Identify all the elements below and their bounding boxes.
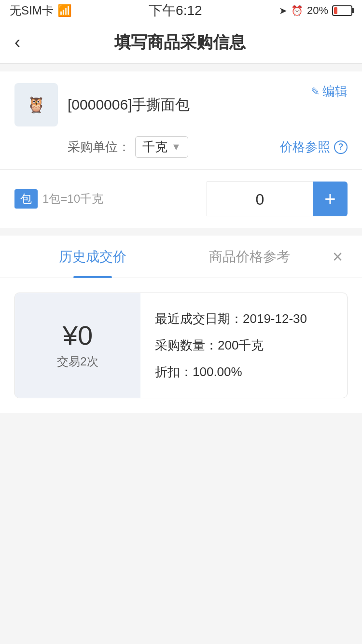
price-card-area: ¥0 交易2次 最近成交日期：2019-12-30 采购数量：200千克 折扣：… [0, 278, 362, 413]
battery-icon [332, 5, 352, 16]
unit-select-dropdown[interactable]: 千克 ▼ [135, 136, 188, 158]
tab2-label: 商品价格参考 [209, 248, 290, 266]
product-section: 🦉 [0000006]手撕面包 ✎ 编辑 采购单位： 千克 ▼ 价格参照 ? [0, 71, 362, 169]
unit-value: 千克 [142, 139, 167, 155]
qty-conversion: 1包=10千克 [42, 191, 103, 207]
product-name: [0000006]手撕面包 [68, 95, 190, 115]
price-card-left: ¥0 交易2次 [15, 293, 140, 398]
tab-bar: 历史成交价 商品价格参考 × [0, 236, 362, 278]
price-ref-label: 价格参照 [280, 139, 330, 155]
back-button[interactable]: ‹ [14, 32, 20, 53]
price-card-right: 最近成交日期：2019-12-30 采购数量：200千克 折扣：100.00% [140, 293, 347, 398]
tab1-label: 历史成交价 [59, 248, 126, 266]
discount-label: 折扣： [155, 364, 193, 379]
price-detail-date: 最近成交日期：2019-12-30 [155, 309, 333, 328]
purchase-unit-row: 采购单位： 千克 ▼ 价格参照 ? [68, 136, 348, 158]
qty-unit-badge: 包 [14, 189, 38, 209]
price-detail-discount: 折扣：100.00% [155, 363, 333, 381]
product-left: 🦉 [0000006]手撕面包 [14, 83, 190, 126]
status-right: ➤ ⏰ 20% [279, 4, 352, 17]
tab-product-price-ref[interactable]: 商品价格参考 [171, 236, 327, 278]
unit-arrow-icon: ▼ [171, 141, 181, 153]
currency-symbol: ¥ [63, 320, 78, 350]
edit-label: 编辑 [322, 83, 348, 100]
quantity-section: 包 1包=10千克 0 + [0, 169, 362, 228]
edit-icon: ✎ [311, 85, 320, 98]
alarm-icon: ⏰ [291, 5, 303, 16]
page-title: 填写商品采购信息 [30, 31, 330, 54]
nav-bar: ‹ 填写商品采购信息 [0, 21, 362, 64]
tab-history-price[interactable]: 历史成交价 [14, 236, 171, 278]
date-value: 2019-12-30 [243, 311, 307, 326]
product-thumb-icon: 🦉 [27, 96, 46, 114]
status-left: 无SIM卡 📶 [10, 3, 72, 18]
price-value: 0 [78, 320, 93, 350]
unit-label: 采购单位： [68, 139, 130, 155]
tab-section: 历史成交价 商品价格参考 × ¥0 交易2次 最近成交日期：2019-12-30… [0, 236, 362, 413]
qty-input-group: 0 + [207, 182, 348, 216]
qty-value: 200千克 [218, 338, 264, 352]
location-icon: ➤ [279, 5, 287, 16]
product-header: 🦉 [0000006]手撕面包 ✎ 编辑 [14, 83, 348, 126]
edit-button[interactable]: ✎ 编辑 [311, 83, 348, 100]
price-ref-help-icon: ? [334, 140, 348, 154]
date-label: 最近成交日期： [155, 311, 243, 326]
discount-value: 100.00% [193, 364, 242, 379]
price-amount: ¥0 [63, 322, 93, 349]
qty-unit-info: 包 1包=10千克 [14, 189, 103, 209]
time-display: 下午6:12 [149, 1, 202, 20]
price-card: ¥0 交易2次 最近成交日期：2019-12-30 采购数量：200千克 折扣：… [14, 293, 348, 398]
price-detail-qty: 采购数量：200千克 [155, 336, 333, 355]
battery-percent: 20% [307, 4, 328, 17]
tab-close-button[interactable]: × [328, 247, 348, 267]
carrier-label: 无SIM卡 [10, 3, 54, 18]
qty-label: 采购数量： [155, 338, 218, 352]
qty-input[interactable]: 0 [207, 182, 313, 216]
status-bar: 无SIM卡 📶 下午6:12 ➤ ⏰ 20% [0, 0, 362, 21]
quantity-row: 包 1包=10千克 0 + [0, 169, 362, 228]
wifi-icon: 📶 [57, 4, 72, 17]
battery-fill [334, 7, 337, 14]
qty-plus-button[interactable]: + [313, 182, 348, 216]
bottom-space [0, 413, 362, 644]
price-reference-button[interactable]: 价格参照 ? [280, 139, 348, 155]
price-trades: 交易2次 [57, 354, 98, 369]
product-thumbnail: 🦉 [14, 83, 58, 126]
